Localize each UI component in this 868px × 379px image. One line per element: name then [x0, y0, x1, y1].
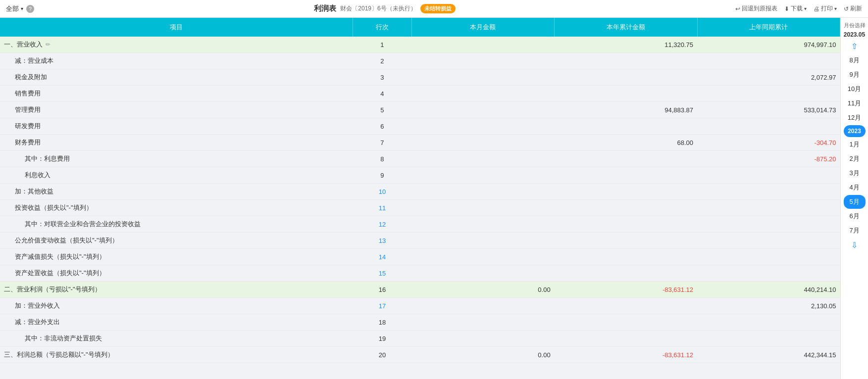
month-item-11[interactable]: 11月	[844, 96, 866, 110]
row-item-0: 一、营业收入✏	[0, 37, 353, 53]
scope-select[interactable]: 全部 ▾	[6, 4, 23, 13]
row-item-16: 加：营业外收入	[0, 298, 353, 314]
row-item-8: 利息收入	[0, 167, 353, 184]
col-item-header: 项目	[0, 18, 353, 37]
download-icon: ⬇	[784, 5, 789, 12]
row-year-8	[555, 167, 697, 184]
row-item-2: 税金及附加	[0, 69, 353, 86]
edit-icon-0[interactable]: ✏	[46, 41, 51, 48]
month-panel-year: 2023.05	[844, 30, 865, 39]
row-item-4: 管理费用	[0, 102, 353, 118]
row-month-15: 0.00	[411, 282, 554, 298]
row-month-5	[411, 118, 554, 135]
row-month-10	[411, 200, 554, 216]
row-year-15: -83,631.12	[555, 282, 697, 298]
top-bar-left: 全部 ▾ ?	[6, 4, 34, 13]
row-month-1	[411, 53, 554, 69]
row-year-4: 94,883.87	[555, 102, 697, 118]
help-icon[interactable]: ?	[26, 5, 34, 13]
row-num-10[interactable]: 11	[353, 200, 412, 216]
row-month-18	[411, 331, 554, 347]
row-num-9[interactable]: 10	[353, 184, 412, 200]
row-item-7: 其中：利息费用	[0, 151, 353, 167]
row-item-5: 研发费用	[0, 118, 353, 135]
row-prev-8	[697, 167, 840, 184]
row-prev-2: 2,072.97	[697, 69, 840, 86]
row-year-12	[555, 233, 697, 249]
unpost-badge: 未结转损益	[420, 4, 456, 13]
download-button[interactable]: ⬇ 下载 ▾	[784, 4, 807, 13]
month-item-9[interactable]: 9月	[844, 68, 866, 82]
row-num-2: 3	[353, 69, 412, 86]
row-prev-14	[697, 265, 840, 282]
row-month-17	[411, 314, 554, 331]
row-num-6: 7	[353, 135, 412, 151]
row-num-4: 5	[353, 102, 412, 118]
row-prev-11	[697, 216, 840, 233]
row-month-6	[411, 135, 554, 151]
row-prev-5	[697, 118, 840, 135]
row-prev-15: 440,214.10	[697, 282, 840, 298]
row-month-13	[411, 249, 554, 265]
row-year-5	[555, 118, 697, 135]
row-year-19: -83,631.12	[555, 347, 697, 363]
row-num-11[interactable]: 12	[353, 216, 412, 233]
row-item-12: 公允价值变动收益（损失以"-"填列）	[0, 233, 353, 249]
row-num-19: 20	[353, 347, 412, 363]
row-month-4	[411, 102, 554, 118]
month-item-7[interactable]: 7月	[844, 224, 866, 237]
back-button[interactable]: ↩ 回退到原报表	[735, 4, 777, 13]
row-num-13[interactable]: 14	[353, 249, 412, 265]
row-num-12[interactable]: 13	[353, 233, 412, 249]
print-chevron-icon: ▾	[834, 6, 837, 11]
download-chevron-icon: ▾	[804, 6, 807, 11]
row-year-1	[555, 53, 697, 69]
row-year-14	[555, 265, 697, 282]
month-item-year[interactable]: 2023	[844, 125, 866, 137]
doc-info: 财会〔2019〕6号（未执行）	[340, 4, 416, 13]
month-item-8[interactable]: 8月	[844, 53, 866, 67]
month-nav-up[interactable]: ⇧	[849, 40, 861, 52]
row-prev-13	[697, 249, 840, 265]
month-item-2[interactable]: 2月	[844, 152, 866, 166]
month-item-1[interactable]: 1月	[844, 138, 866, 151]
month-panel-title: 月份选择	[844, 20, 866, 30]
row-item-6: 财务费用	[0, 135, 353, 151]
chevron-down-icon: ▾	[21, 6, 23, 11]
main-wrapper: 项目 行次 本月金额 本年累计金额 上年同期累计 一、营业收入✏111,320.…	[0, 18, 868, 379]
row-num-18: 19	[353, 331, 412, 347]
row-num-8: 9	[353, 167, 412, 184]
row-year-16	[555, 298, 697, 314]
row-item-9: 加：其他收益	[0, 184, 353, 200]
refresh-button[interactable]: ↺ 刷新	[844, 4, 862, 13]
row-num-16[interactable]: 17	[353, 298, 412, 314]
download-label: 下载	[791, 4, 803, 13]
top-bar-center: 利润表 财会〔2019〕6号（未执行） 未结转损益	[314, 4, 455, 13]
row-num-14[interactable]: 15	[353, 265, 412, 282]
row-month-2	[411, 69, 554, 86]
row-year-3	[555, 86, 697, 102]
row-year-2	[555, 69, 697, 86]
month-item-12[interactable]: 12月	[844, 111, 866, 125]
row-prev-1	[697, 53, 840, 69]
month-item-4[interactable]: 4月	[844, 181, 866, 194]
print-button[interactable]: 🖨 打印 ▾	[814, 4, 837, 13]
row-month-7	[411, 151, 554, 167]
row-prev-4: 533,014.73	[697, 102, 840, 118]
month-item-6[interactable]: 6月	[844, 209, 866, 223]
row-month-16	[411, 298, 554, 314]
row-item-18: 其中：非流动资产处置损失	[0, 331, 353, 347]
month-item-10[interactable]: 10月	[844, 82, 866, 96]
print-icon: 🖨	[814, 5, 819, 12]
row-item-13: 资产减值损失（损失以"-"填列）	[0, 249, 353, 265]
row-month-9	[411, 184, 554, 200]
row-item-3: 销售费用	[0, 86, 353, 102]
month-item-3[interactable]: 3月	[844, 166, 866, 180]
row-num-17: 18	[353, 314, 412, 331]
row-prev-9	[697, 184, 840, 200]
row-num-0: 1	[353, 37, 412, 53]
month-nav-down[interactable]: ⇩	[849, 239, 861, 251]
month-item-5[interactable]: 5月	[844, 195, 866, 209]
row-item-15: 二、营业利润（亏损以"-"号填列）	[0, 282, 353, 298]
row-month-3	[411, 86, 554, 102]
